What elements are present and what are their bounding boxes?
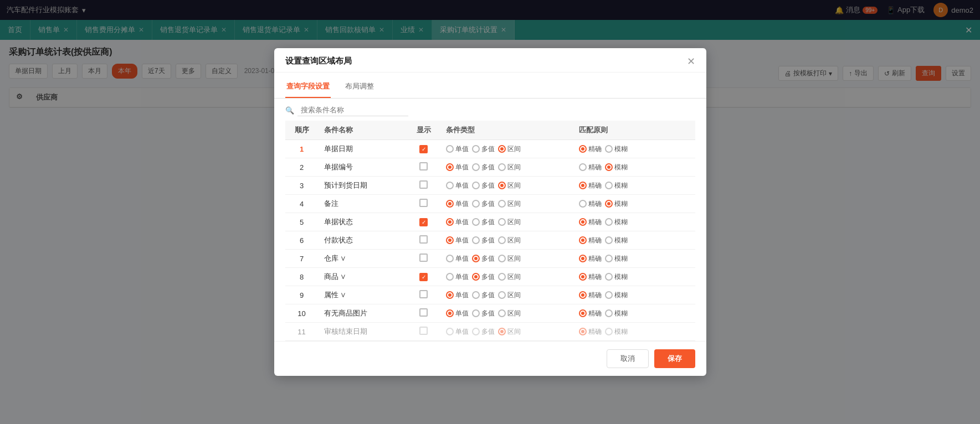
- checkbox[interactable]: ✓: [419, 273, 428, 281]
- radio-match-精确[interactable]: 精确: [579, 327, 602, 337]
- checkbox[interactable]: ✓: [419, 218, 428, 226]
- checkbox[interactable]: [419, 290, 428, 298]
- radio-match-精确[interactable]: 精确: [579, 163, 602, 172]
- radio-type-区间[interactable]: 区间: [498, 309, 521, 318]
- radio-match-精确[interactable]: 精确: [579, 291, 602, 300]
- radio-match-模糊[interactable]: 模糊: [605, 144, 628, 154]
- radio-type-单值[interactable]: 单值: [446, 181, 469, 190]
- radio-type-单值[interactable]: 单值: [446, 163, 469, 172]
- radio-match-精确[interactable]: 精确: [579, 218, 602, 227]
- radio-circle: [605, 309, 613, 317]
- row-type-radio: 单值多值区间: [440, 213, 573, 231]
- save-button[interactable]: 保存: [654, 349, 695, 368]
- radio-circle: [498, 218, 506, 226]
- radio-match-模糊[interactable]: 模糊: [605, 218, 628, 227]
- row-display-checkbox[interactable]: [407, 304, 440, 323]
- radio-type-多值[interactable]: 多值: [472, 163, 495, 172]
- checkbox[interactable]: [419, 199, 428, 207]
- cancel-button[interactable]: 取消: [607, 349, 649, 368]
- row-display-checkbox[interactable]: [407, 195, 440, 213]
- radio-type-单值[interactable]: 单值: [446, 309, 469, 318]
- radio-label: 模糊: [614, 163, 628, 172]
- radio-match-模糊[interactable]: 模糊: [605, 309, 628, 318]
- radio-type-区间[interactable]: 区间: [498, 236, 521, 245]
- radio-circle: [498, 309, 506, 317]
- checkbox[interactable]: [419, 327, 428, 335]
- radio-type-多值[interactable]: 多值: [472, 327, 495, 337]
- radio-match-精确[interactable]: 精确: [579, 236, 602, 245]
- radio-match-模糊[interactable]: 模糊: [605, 272, 628, 282]
- row-display-checkbox[interactable]: ✓: [407, 268, 440, 286]
- radio-label: 多值: [481, 199, 495, 209]
- radio-type-多值[interactable]: 多值: [472, 291, 495, 300]
- radio-type-单值[interactable]: 单值: [446, 236, 469, 245]
- radio-type-多值[interactable]: 多值: [472, 199, 495, 209]
- radio-match-模糊[interactable]: 模糊: [605, 163, 628, 172]
- row-condition-name: 属性 ∨: [319, 286, 407, 304]
- radio-match-精确[interactable]: 精确: [579, 309, 602, 318]
- radio-type-区间[interactable]: 区间: [498, 272, 521, 282]
- search-input[interactable]: [297, 104, 408, 116]
- tab-layout-adjust[interactable]: 布局调整: [344, 78, 375, 98]
- radio-type-单值[interactable]: 单值: [446, 272, 469, 282]
- radio-type-区间[interactable]: 区间: [498, 218, 521, 227]
- radio-match-模糊[interactable]: 模糊: [605, 327, 628, 337]
- radio-match-模糊[interactable]: 模糊: [605, 291, 628, 300]
- checkbox[interactable]: [419, 162, 428, 170]
- radio-label: 单值: [455, 291, 469, 300]
- radio-circle: [446, 291, 454, 299]
- radio-type-区间[interactable]: 区间: [498, 181, 521, 190]
- row-display-checkbox[interactable]: [407, 323, 440, 341]
- radio-label: 区间: [507, 291, 521, 300]
- radio-type-多值[interactable]: 多值: [472, 181, 495, 190]
- checkbox[interactable]: [419, 235, 428, 244]
- checkbox[interactable]: [419, 180, 428, 189]
- radio-match-精确[interactable]: 精确: [579, 199, 602, 209]
- radio-type-单值[interactable]: 单值: [446, 291, 469, 300]
- radio-circle: [498, 328, 506, 335]
- radio-match-精确[interactable]: 精确: [579, 272, 602, 282]
- radio-label: 精确: [588, 291, 602, 300]
- radio-type-区间[interactable]: 区间: [498, 144, 521, 154]
- radio-match-模糊[interactable]: 模糊: [605, 181, 628, 190]
- table-row: 7仓库 ∨单值多值区间精确模糊: [285, 250, 695, 268]
- row-display-checkbox[interactable]: [407, 286, 440, 304]
- checkbox[interactable]: [419, 308, 428, 317]
- radio-type-单值[interactable]: 单值: [446, 218, 469, 227]
- table-row: 3预计到货日期单值多值区间精确模糊: [285, 177, 695, 195]
- radio-type-区间[interactable]: 区间: [498, 199, 521, 209]
- radio-type-区间[interactable]: 区间: [498, 327, 521, 337]
- radio-type-区间[interactable]: 区间: [498, 291, 521, 300]
- radio-type-单值[interactable]: 单值: [446, 144, 469, 154]
- radio-type-单值[interactable]: 单值: [446, 199, 469, 209]
- modal-overlay: 设置查询区域布局 ✕ 查询字段设置 布局调整 🔍 顺序 条件名称: [0, 0, 980, 424]
- radio-match-模糊[interactable]: 模糊: [605, 199, 628, 209]
- radio-type-区间[interactable]: 区间: [498, 254, 521, 263]
- radio-match-模糊[interactable]: 模糊: [605, 254, 628, 263]
- radio-circle: [605, 328, 613, 335]
- radio-match-精确[interactable]: 精确: [579, 254, 602, 263]
- checkbox[interactable]: ✓: [419, 145, 428, 153]
- row-display-checkbox[interactable]: ✓: [407, 213, 440, 231]
- radio-type-多值[interactable]: 多值: [472, 236, 495, 245]
- radio-type-多值[interactable]: 多值: [472, 272, 495, 282]
- row-display-checkbox[interactable]: [407, 231, 440, 250]
- modal-table-wrap: 顺序 条件名称 显示 条件类型 匹配原则 1单据日期✓单值多值区间精确模糊2单据…: [274, 121, 706, 341]
- radio-type-多值[interactable]: 多值: [472, 218, 495, 227]
- checkbox[interactable]: [419, 254, 428, 262]
- radio-match-精确[interactable]: 精确: [579, 181, 602, 190]
- tab-query-field-settings[interactable]: 查询字段设置: [285, 78, 331, 98]
- radio-type-多值[interactable]: 多值: [472, 144, 495, 154]
- row-display-checkbox[interactable]: [407, 158, 440, 177]
- radio-type-多值[interactable]: 多值: [472, 309, 495, 318]
- radio-type-单值[interactable]: 单值: [446, 254, 469, 263]
- radio-type-区间[interactable]: 区间: [498, 163, 521, 172]
- row-display-checkbox[interactable]: [407, 177, 440, 195]
- radio-match-精确[interactable]: 精确: [579, 144, 602, 154]
- radio-type-多值[interactable]: 多值: [472, 254, 495, 263]
- row-display-checkbox[interactable]: [407, 250, 440, 268]
- radio-type-单值[interactable]: 单值: [446, 327, 469, 337]
- row-display-checkbox[interactable]: ✓: [407, 140, 440, 158]
- radio-match-模糊[interactable]: 模糊: [605, 236, 628, 245]
- modal-close-btn[interactable]: ✕: [687, 56, 695, 66]
